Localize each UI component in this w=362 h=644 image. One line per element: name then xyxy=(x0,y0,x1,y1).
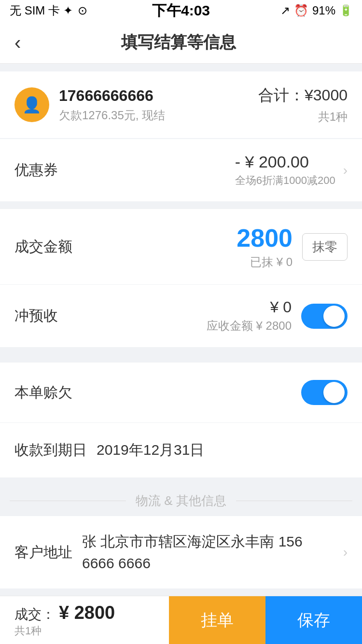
address-value: 张 北京市市辖区海淀区永丰南 156 6666 6666 xyxy=(82,531,334,574)
coupon-right: - ¥ 200.00 全场6折满1000减200 › xyxy=(235,153,348,188)
amount-section: 成交金额 2800 已抹 ¥ 0 抹零 xyxy=(0,209,362,284)
logistics-line-left xyxy=(10,501,126,501)
status-bar: 无 SIM 卡 ✦ ⊙ 下午4:03 ↗ ⏰ 91% 🔋 xyxy=(0,0,362,21)
address-row[interactable]: 客户地址 张 北京市市辖区海淀区永丰南 156 6666 6666 › xyxy=(0,516,362,588)
coupon-row[interactable]: 优惠券 - ¥ 200.00 全场6折满1000减200 › xyxy=(0,139,362,201)
deal-amount-sub: 已抹 ¥ 0 xyxy=(237,254,292,270)
deal-amount-label: 成交金额 xyxy=(14,237,72,257)
customer-info: 17666666666 欠款1276.35元, 现结 xyxy=(59,87,165,123)
save-button[interactable]: 保存 xyxy=(265,596,362,644)
coupon-desc: 全场6折满1000减200 xyxy=(235,173,335,188)
chong-toggle[interactable] xyxy=(301,304,348,329)
footer: 成交： ¥ 2800 共1种 挂单 保存 xyxy=(0,596,362,644)
footer-info: 成交： ¥ 2800 共1种 xyxy=(0,596,169,644)
customer-debt: 欠款1276.35元, 现结 xyxy=(59,108,165,123)
logistics-divider: 物流 & 其他信息 xyxy=(0,485,362,516)
address-chevron-icon: › xyxy=(343,545,348,560)
status-time: 下午4:03 xyxy=(152,1,210,21)
coupon-chevron-icon: › xyxy=(343,163,348,178)
location-icon: ↗ xyxy=(280,4,290,17)
sim-signal: 无 SIM 卡 ✦ xyxy=(10,3,73,18)
avatar-icon: 👤 xyxy=(22,96,42,114)
coupon-label: 优惠券 xyxy=(14,160,58,180)
footer-deal-amount: ¥ 2800 xyxy=(59,602,115,623)
footer-deal-row: 成交： ¥ 2800 xyxy=(14,602,154,624)
battery-icon: 🔋 xyxy=(339,4,352,17)
wifi-icon: ⊙ xyxy=(78,4,87,17)
nav-bar: ‹ 填写结算等信息 xyxy=(0,21,362,64)
section-divider-2 xyxy=(0,347,362,355)
customer-left: 👤 17666666666 欠款1276.35元, 现结 xyxy=(14,87,165,123)
due-date-value: 2019年12月31日 xyxy=(97,440,204,460)
due-date-label: 收款到期日 xyxy=(14,440,87,460)
logistics-text: 物流 & 其他信息 xyxy=(136,492,226,509)
chong-right: ¥ 0 应收金额 ¥ 2800 xyxy=(207,298,348,334)
deal-amount-value: 2800 xyxy=(237,224,292,252)
chong-sub: 应收金额 ¥ 2800 xyxy=(207,318,292,334)
page-title: 填写结算等信息 xyxy=(30,31,326,54)
battery-level: 91% xyxy=(312,4,335,17)
alarm-icon: ⏰ xyxy=(294,4,308,17)
chong-label: 冲预收 xyxy=(14,306,58,326)
round-button[interactable]: 抹零 xyxy=(302,233,348,261)
avatar: 👤 xyxy=(14,87,49,122)
footer-count: 共1种 xyxy=(14,624,154,638)
debt-label: 本单赊欠 xyxy=(14,383,72,403)
customer-card: 👤 17666666666 欠款1276.35元, 现结 合计：¥3000 共1… xyxy=(0,71,362,138)
logistics-line-right xyxy=(236,501,352,501)
hang-button[interactable]: 挂单 xyxy=(169,596,265,644)
back-button[interactable]: ‹ xyxy=(14,33,21,52)
deal-amount-right: 2800 已抹 ¥ 0 抹零 xyxy=(237,224,348,270)
debt-toggle[interactable] xyxy=(301,380,348,405)
deal-amount-row: 成交金额 2800 已抹 ¥ 0 抹零 xyxy=(14,209,348,284)
customer-count: 共1种 xyxy=(258,109,348,125)
status-right: ↗ ⏰ 91% 🔋 xyxy=(280,4,352,17)
debt-row: 本单赊欠 xyxy=(0,363,362,422)
status-left: 无 SIM 卡 ✦ ⊙ xyxy=(10,3,87,18)
chong-row: 冲预收 ¥ 0 应收金额 ¥ 2800 xyxy=(0,284,362,347)
section-divider-1 xyxy=(0,201,362,209)
customer-right: 合计：¥3000 共1种 xyxy=(258,85,348,125)
customer-total: 合计：¥3000 xyxy=(258,85,348,106)
address-label: 客户地址 xyxy=(14,543,72,562)
footer-deal-label: 成交： xyxy=(14,605,55,624)
due-date-row: 收款到期日 2019年12月31日 xyxy=(0,422,362,477)
customer-phone: 17666666666 xyxy=(59,87,165,105)
chong-value-block: ¥ 0 应收金额 ¥ 2800 xyxy=(207,298,292,334)
coupon-amount: - ¥ 200.00 xyxy=(235,153,335,171)
chong-value: ¥ 0 xyxy=(207,298,292,316)
